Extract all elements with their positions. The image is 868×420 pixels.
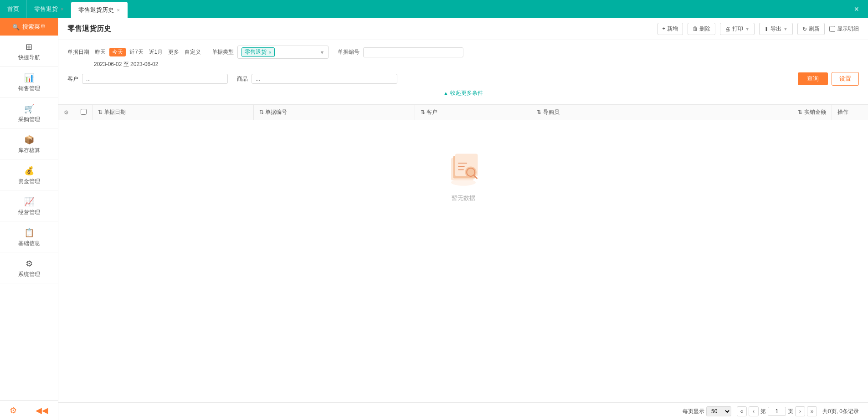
page-number-input[interactable] [768, 407, 786, 416]
page-size-select[interactable]: 50 20 100 [706, 406, 731, 416]
sidebar-bottom: ⚙ ◀◀ [0, 400, 58, 420]
empty-state: 暂无数据 [58, 120, 868, 230]
sidebar-icon: 📦 [24, 135, 34, 145]
date-filter: 单据日期 昨天 今天 近7天 近1月 更多 自定义 [67, 48, 203, 56]
prev-page-button[interactable]: ‹ [749, 406, 759, 416]
sidebar-icon: 📊 [24, 73, 34, 83]
table-container: ⚙ ⇅ 单据日期 ⇅ 单据编号 ⇅ 客户 [58, 105, 868, 402]
sidebar-icon: 📈 [24, 197, 34, 207]
sidebar-item-经营管理[interactable]: 📈经营管理 [0, 190, 58, 221]
type-tag: 零售退货 × [241, 47, 274, 57]
empty-icon [443, 148, 484, 189]
pagination: « ‹ 第 页 › » [737, 406, 817, 416]
page-title: 零售退货历史 [67, 24, 111, 34]
header-actions: + 新增 🗑 删除 🖨 🖨 打印 打印 ▼ ⬆ 导出 ▼ ↻ 刷新 显示明细 [657, 23, 859, 35]
date-shortcuts: 昨天 今天 近7天 近1月 更多 自定义 [93, 48, 203, 56]
sidebar-item-label: 基础信息 [18, 240, 40, 247]
tab-close-icon[interactable]: × [117, 7, 119, 13]
th-guide[interactable]: ⇅ 导购员 [531, 105, 670, 120]
customer-filter: 客户 [67, 74, 228, 84]
sidebar-search-label: 搜索菜单 [22, 23, 46, 31]
date-btn-more[interactable]: 更多 [166, 48, 181, 56]
volume-icon[interactable]: ◀◀ [36, 405, 48, 415]
sidebar-item-库存核算[interactable]: 📦库存核算 [0, 128, 58, 159]
print-icon: 🖨 [725, 26, 730, 32]
sidebar-item-快捷导航[interactable]: ⊞快捷导航 [0, 36, 58, 67]
sidebar-item-label: 资金管理 [18, 178, 40, 185]
print-button[interactable]: 🖨 🖨 打印 打印 ▼ [720, 23, 755, 35]
sidebar-icon: ⚙ [26, 259, 33, 269]
main-layout: 🔍 搜索菜单 ⊞快捷导航📊销售管理🛒采购管理📦库存核算💰资金管理📈经营管理📋基础… [0, 18, 868, 420]
total-info: 共0页, 0条记录 [822, 408, 859, 415]
number-filter: 单据编号 [338, 47, 463, 57]
date-btn-1month[interactable]: 近1月 [147, 48, 165, 56]
tab-close-icon[interactable]: × [61, 6, 63, 12]
filter-row-1: 单据日期 昨天 今天 近7天 近1月 更多 自定义 单据类型 [67, 46, 859, 59]
sidebar-item-label: 经营管理 [18, 209, 40, 216]
refresh-icon: ↻ [802, 26, 807, 32]
sidebar-item-销售管理[interactable]: 📊销售管理 [0, 67, 58, 97]
th-number[interactable]: ⇅ 单据编号 [253, 105, 415, 120]
content-area: 零售退货历史 + 新增 🗑 删除 🖨 🖨 打印 打印 ▼ ⬆ 导出 ▼ ↻ 刷新 [58, 18, 868, 420]
show-detail-checkbox-label[interactable]: 显示明细 [829, 25, 859, 33]
next-page-button[interactable]: › [795, 406, 805, 416]
date-btn-today[interactable]: 今天 [109, 48, 126, 56]
th-customer[interactable]: ⇅ 客户 [415, 105, 531, 120]
goods-input[interactable] [252, 74, 397, 84]
sidebar-item-资金管理[interactable]: 💰资金管理 [0, 159, 58, 190]
sidebar-search[interactable]: 🔍 搜索菜单 [0, 18, 58, 36]
sidebar-icon: ⊞ [26, 42, 32, 52]
number-input[interactable] [363, 47, 463, 57]
tab-零售退货[interactable]: 零售退货× [27, 0, 71, 18]
th-action: 操作 [832, 105, 868, 120]
date-btn-yesterday[interactable]: 昨天 [93, 48, 108, 56]
date-range-display: 2023-06-02 至 2023-06-02 [94, 61, 158, 67]
delete-button[interactable]: 🗑 删除 [688, 23, 715, 35]
tab-list: 首页零售退货×零售退货历史× [0, 0, 850, 18]
settings-bottom-icon[interactable]: ⚙ [10, 405, 17, 415]
export-icon: ⬆ [764, 26, 769, 32]
filter-area: 单据日期 昨天 今天 近7天 近1月 更多 自定义 单据类型 [58, 40, 868, 105]
show-detail-checkbox[interactable] [829, 26, 835, 32]
last-page-button[interactable]: » [807, 406, 817, 416]
number-label: 单据编号 [338, 48, 360, 56]
customer-label: 客户 [67, 75, 78, 83]
sidebar-icon: 🛒 [24, 104, 34, 114]
window-close-button[interactable]: × [850, 3, 863, 16]
type-select[interactable]: 零售退货 × ▼ [237, 46, 329, 59]
export-button[interactable]: ⬆ 导出 ▼ [759, 23, 793, 35]
goods-filter: 商品 [237, 74, 397, 84]
new-button[interactable]: + 新增 [657, 23, 683, 35]
sidebar-item-label: 采购管理 [18, 116, 40, 123]
select-all-checkbox[interactable] [81, 109, 87, 115]
sidebar-item-采购管理[interactable]: 🛒采购管理 [0, 97, 58, 128]
date-btn-custom[interactable]: 自定义 [183, 48, 203, 56]
collapse-icon: ▲ [443, 90, 449, 97]
tab-首页[interactable]: 首页 [0, 0, 27, 18]
filter-actions: 查询 设置 [798, 72, 859, 86]
table-header-row: ⚙ ⇅ 单据日期 ⇅ 单据编号 ⇅ 客户 [58, 105, 868, 120]
collapse-button[interactable]: ▲ 收起更多条件 [443, 89, 483, 97]
first-page-button[interactable]: « [737, 406, 747, 416]
settings-button[interactable]: 设置 [832, 72, 859, 86]
th-checkbox [75, 105, 92, 120]
customer-input[interactable] [82, 74, 228, 84]
th-settings: ⚙ [58, 105, 75, 120]
sidebar-item-基础信息[interactable]: 📋基础信息 [0, 221, 58, 252]
page-header: 零售退货历史 + 新增 🗑 删除 🖨 🖨 打印 打印 ▼ ⬆ 导出 ▼ ↻ 刷新 [58, 18, 868, 40]
refresh-button[interactable]: ↻ 刷新 [797, 23, 825, 35]
tab-零售退货历史[interactable]: 零售退货历史× [71, 2, 127, 18]
date-btn-7days[interactable]: 近7天 [128, 48, 145, 56]
top-bar: 首页零售退货×零售退货历史× × [0, 0, 868, 18]
th-date[interactable]: ⇅ 单据日期 [92, 105, 253, 120]
type-label: 单据类型 [212, 48, 234, 56]
type-tag-remove[interactable]: × [268, 50, 271, 55]
search-icon: 🔍 [12, 24, 20, 31]
column-settings-icon[interactable]: ⚙ [64, 109, 69, 116]
query-button[interactable]: 查询 [798, 72, 828, 85]
th-amount[interactable]: ⇅ 实销金额 [670, 105, 832, 120]
table-footer: 每页显示 50 20 100 « ‹ 第 页 › » 共0页, 0条记录 [58, 402, 868, 420]
sidebar: 🔍 搜索菜单 ⊞快捷导航📊销售管理🛒采购管理📦库存核算💰资金管理📈经营管理📋基础… [0, 18, 58, 420]
sidebar-item-系统管理[interactable]: ⚙系统管理 [0, 252, 58, 283]
type-filter: 单据类型 零售退货 × ▼ [212, 46, 329, 59]
